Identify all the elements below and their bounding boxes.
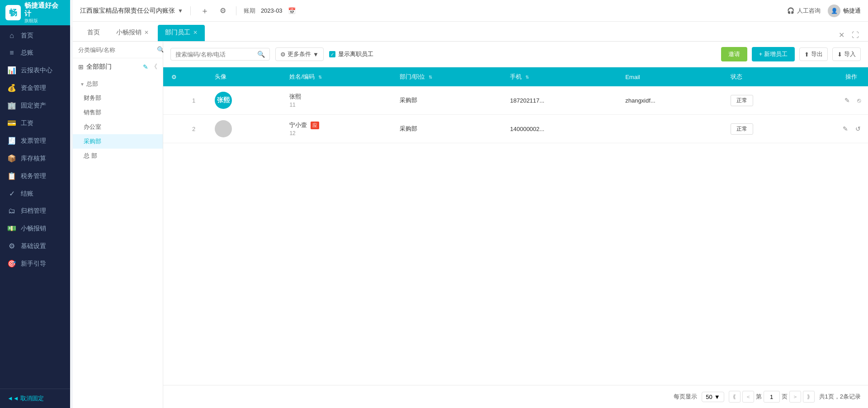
- table-footer: 每页显示 50 ▼ ⟪ ＜ 第 页 ＞ ⟫ 共1页，2条记录: [163, 385, 868, 408]
- import-button[interactable]: ⬇ 导入: [832, 47, 861, 61]
- sidebar-item-inventory[interactable]: 📦 库存核算: [0, 150, 70, 167]
- dept-item-label: 总 部: [84, 152, 97, 159]
- headset-icon: 🎧: [787, 7, 794, 14]
- tab-close-all-button[interactable]: ✕: [837, 29, 846, 41]
- tab-home[interactable]: 首页: [80, 25, 107, 41]
- edit-dept-button[interactable]: ✎: [143, 63, 148, 70]
- dept-group-root: ▼ 总部 财务部 销售部 办公室 采购部: [73, 75, 163, 165]
- user-avatar: 👤: [828, 5, 840, 17]
- employee-name: 宁小壹 应: [289, 121, 385, 129]
- employee-search-input[interactable]: [175, 51, 255, 58]
- sidebar-unpin-btn[interactable]: ◄◄ 取消固定: [0, 389, 70, 408]
- prev-page-button[interactable]: ＜: [742, 391, 754, 403]
- last-page-button[interactable]: ⟫: [803, 391, 815, 403]
- more-filter-arrow: ▼: [313, 51, 319, 58]
- page-size-select[interactable]: 50 ▼: [702, 392, 724, 402]
- collapse-dept-button[interactable]: 《: [151, 63, 157, 71]
- dept-item-label: 销售部: [84, 109, 101, 116]
- col-name[interactable]: 姓名/编码 ⇅: [282, 67, 392, 86]
- sidebar-item-fund[interactable]: 💰 资金管理: [0, 79, 70, 97]
- row-ops-cell: ✎ ↺: [814, 115, 868, 143]
- col-phone[interactable]: 手机 ⇅: [503, 67, 618, 86]
- more-filter-button[interactable]: ⚙ 更多条件 ▼: [275, 47, 324, 61]
- employee-code: 12: [289, 130, 385, 136]
- sidebar-item-home[interactable]: ⌂ 首页: [0, 27, 70, 44]
- employee-dept: 采购部: [400, 125, 417, 132]
- add-employee-button[interactable]: + 新增员工: [752, 47, 795, 61]
- row-avatar-cell: 张熙: [208, 86, 282, 115]
- col-settings[interactable]: ⚙: [163, 67, 185, 86]
- sidebar-item-guide[interactable]: 🎯 新手引导: [0, 255, 70, 272]
- dept-item-finance[interactable]: 财务部: [73, 91, 163, 105]
- refresh-employee-button[interactable]: ↺: [855, 125, 861, 132]
- sidebar-item-checkout[interactable]: ✓ 结账: [0, 185, 70, 202]
- row-num: 1: [192, 97, 195, 104]
- invite-button[interactable]: 邀请: [721, 47, 747, 61]
- search-icon[interactable]: 🔍: [257, 51, 265, 58]
- scrollbar-thumb: [70, 0, 73, 27]
- page-input[interactable]: [764, 391, 780, 403]
- dept-root-title[interactable]: ▼ 总部: [73, 77, 163, 91]
- dept-item-sales[interactable]: 销售部: [73, 105, 163, 120]
- calendar-icon[interactable]: 📅: [288, 7, 296, 14]
- company-selector[interactable]: 江西服宝精品有限责任公司内账张 ▼: [80, 7, 183, 15]
- sidebar-item-salary[interactable]: 💳 工资: [0, 114, 70, 132]
- sidebar-item-invoice[interactable]: 🧾 发票管理: [0, 132, 70, 150]
- dept-search-wrap: 🔍: [73, 42, 163, 58]
- dept-item-general[interactable]: 总 部: [73, 149, 163, 163]
- sidebar-item-label: 新手引导: [21, 260, 46, 268]
- show-resign-wrap: ✓ 显示离职员工: [329, 50, 373, 58]
- sidebar-item-label: 基础设置: [21, 242, 46, 250]
- sidebar-item-tax[interactable]: 📋 税务管理: [0, 167, 70, 185]
- sidebar-logo: 畅 畅捷通好会计 旗舰版: [0, 0, 70, 25]
- show-resign-checkbox[interactable]: ✓: [329, 51, 335, 57]
- export-button[interactable]: ⬆ 导出: [799, 47, 828, 61]
- tab-maximize-button[interactable]: ⛶: [850, 29, 861, 41]
- sidebar-item-label: 云报表中心: [21, 66, 52, 75]
- edit-employee-button[interactable]: ✎: [844, 97, 850, 104]
- dept-item-purchase[interactable]: 采购部: [73, 134, 163, 149]
- col-dept[interactable]: 部门/职位 ⇅: [392, 67, 503, 86]
- sidebar-item-label: 库存核算: [21, 155, 46, 163]
- tab-expense-close[interactable]: ✕: [144, 29, 149, 36]
- row-name-cell: 张熙 11: [282, 86, 392, 115]
- content-area: 🔍 ⊞ 全部部门 ✎ 《 ▼ 总部: [73, 42, 868, 408]
- first-page-button[interactable]: ⟪: [729, 391, 741, 403]
- employee-table-wrap: ⚙ 头像 姓名/编码 ⇅ 部门/职位 ⇅ 手机 ⇅ Email 状态 操作: [163, 67, 868, 385]
- tab-dept-employee[interactable]: 部门员工 ✕: [158, 25, 205, 41]
- employee-name: 张熙: [289, 93, 385, 101]
- sidebar-nav: ⌂ 首页 ≡ 总账 📊 云报表中心 💰 资金管理 🏢 固定资产 💳 工资 🧾 发…: [0, 25, 70, 389]
- sidebar-item-archive[interactable]: 🗂 归档管理: [0, 202, 70, 220]
- edit-employee-button[interactable]: ✎: [843, 125, 848, 132]
- all-dept-button[interactable]: ⊞ 全部部门: [78, 63, 112, 71]
- employee-email: zhangxidf...: [625, 97, 656, 104]
- dept-item-office[interactable]: 办公室: [73, 120, 163, 134]
- service-button[interactable]: 🎧 人工咨询: [787, 7, 821, 15]
- period-value: 2023-03: [261, 7, 283, 14]
- dept-search-input[interactable]: [78, 47, 154, 53]
- sidebar-item-label: 小畅报销: [21, 225, 46, 233]
- sidebar-item-reports[interactable]: 📊 云报表中心: [0, 61, 70, 79]
- employee-toolbar: 🔍 ⚙ 更多条件 ▼ ✓ 显示离职员工 邀请 + 新增员工 ⬆ 导出: [163, 42, 868, 67]
- all-dept-label: 全部部门: [86, 63, 112, 71]
- logout-employee-button[interactable]: ⎋: [857, 97, 861, 104]
- tab-dept-close[interactable]: ✕: [193, 29, 198, 36]
- sidebar-item-expense[interactable]: 💵 小畅报销: [0, 220, 70, 237]
- sidebar-item-settings[interactable]: ⚙ 基础设置: [0, 237, 70, 255]
- tab-expense[interactable]: 小畅报销 ✕: [109, 25, 156, 41]
- dept-tree: ▼ 总部 财务部 销售部 办公室 采购部: [73, 75, 163, 408]
- fund-icon: 💰: [7, 84, 16, 92]
- logo-text-wrap: 畅捷通好会计 旗舰版: [24, 1, 65, 24]
- grid-icon: ⊞: [78, 63, 84, 70]
- company-settings-button[interactable]: ⚙: [217, 5, 229, 16]
- add-company-button[interactable]: ＋: [198, 5, 212, 17]
- employee-table: ⚙ 头像 姓名/编码 ⇅ 部门/职位 ⇅ 手机 ⇅ Email 状态 操作: [163, 67, 868, 143]
- user-menu[interactable]: 👤 畅捷通: [828, 5, 861, 17]
- guide-icon: 🎯: [7, 259, 16, 268]
- sidebar-item-fixed-assets[interactable]: 🏢 固定资产: [0, 97, 70, 114]
- sidebar-scrollbar[interactable]: [70, 0, 73, 408]
- checkout-icon: ✓: [7, 189, 16, 198]
- next-page-button[interactable]: ＞: [789, 391, 801, 403]
- sidebar-item-ledger[interactable]: ≡ 总账: [0, 44, 70, 61]
- top-header: 江西服宝精品有限责任公司内账张 ▼ ＋ ⚙ 账期 2023-03 📅 🎧 人工咨…: [73, 0, 868, 22]
